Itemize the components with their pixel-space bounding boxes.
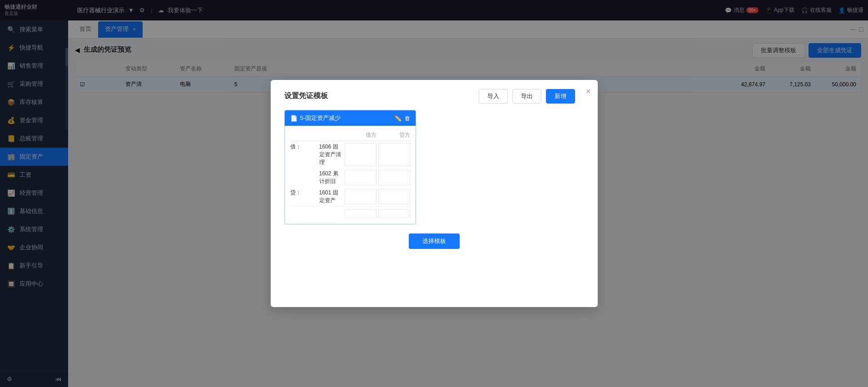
template-empty-line [290, 206, 410, 220]
modal-dialog: × 设置凭证模板 导入 导出 新增 [271, 80, 598, 307]
modal-actions: 导入 导出 新增 [479, 89, 575, 104]
template-card-actions: ✏️ 🗑 [394, 115, 410, 122]
template-delete-icon[interactable]: 🗑 [404, 115, 410, 122]
template-card-body: 借方 贷方 借： 1606 固定资产清理 [285, 126, 416, 224]
select-template-btn[interactable]: 选择模板 [409, 233, 460, 249]
template-line-3: 贷： 1601 固定资产 [290, 187, 410, 206]
template-line-2: 1602 累计折旧 [290, 168, 410, 187]
page-content: ◀ 生成的凭证预览 变动类型 资产名称 固定资产原值 金额 金额 [68, 39, 868, 387]
template-line-1: 借： 1606 固定资产清理 [290, 141, 410, 168]
modal-overlay: × 设置凭证模板 导入 导出 新增 [68, 39, 868, 387]
modal-close-btn[interactable]: × [586, 87, 591, 96]
new-btn[interactable]: 新增 [546, 89, 575, 104]
export-btn[interactable]: 导出 [512, 89, 541, 104]
template-card: 📄 5-固定资产减少 ✏️ 🗑 [284, 110, 416, 224]
template-title: 5-固定资产减少 [300, 114, 341, 122]
template-line-header: 借方 贷方 [290, 129, 410, 141]
content-area: 首页 资产管理 × ─ □ ◀ 生成的凭证预览 [68, 20, 868, 387]
template-edit-icon[interactable]: ✏️ [394, 115, 402, 122]
import-btn[interactable]: 导入 [479, 89, 508, 104]
template-doc-icon: 📄 [290, 115, 298, 122]
template-card-header: 📄 5-固定资产减少 ✏️ 🗑 [285, 110, 416, 126]
